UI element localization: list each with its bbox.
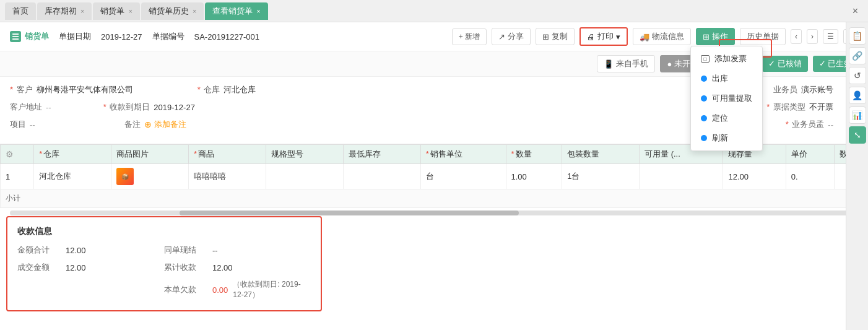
salesperson-label: * 业务员孟 [786,119,825,130]
tab-inventory[interactable]: 库存期初 × [37,2,92,20]
tab-home-label: 首页 [12,6,28,17]
prev-button[interactable]: ‹ [791,29,802,44]
dropdown-item-add-invoice[interactable]: □ 添加发票 [691,49,762,69]
scroll-thumb[interactable] [180,211,519,215]
dropdown-item-available[interactable]: 可用量提取 [691,89,762,108]
settlement-row: 同单现结 -- [164,243,311,257]
copy-button[interactable]: ⊞ 复制 [536,28,575,45]
tab-inventory-close[interactable]: × [80,7,84,15]
window-close-button[interactable]: × [848,3,863,19]
row-unit: 台 [420,164,506,189]
col-pack-qty: 包装数量 [562,145,640,164]
sidebar-icon-4[interactable]: 👤 [849,87,866,104]
ticket-type-label: * 票据类型 [766,102,805,113]
payment-date-value[interactable]: 2019-12-27 [154,103,195,112]
cumulative-value: 12.00 [212,263,233,272]
col-unit: 销售单位 [420,145,506,164]
tab-view-sales-label: 查看销货单 [212,6,253,17]
grid-view-button[interactable]: ☰ [823,29,838,44]
address-label: 客户地址 [10,102,42,113]
salesperson-value: -- [828,120,833,129]
ticket-type-value: 不开票 [809,102,833,113]
doc-actions: + 新增 ↗ 分享 ⊞ 复制 🖨 打印 ▾ 🚚 物流信息 ⊞ 操作 [452,27,858,46]
customer-label: * 客户 [10,84,33,95]
tab-sales-history-close[interactable]: × [193,7,196,15]
locate-label: 定位 [712,113,728,124]
col-product: 商品 [189,145,266,164]
payment-grid: 金额合计 12.00 同单现结 -- 成交金额 12.00 累计收款 12.00… [17,243,311,302]
row-min-stock [343,164,420,189]
row-qty: 1.00 [506,164,562,189]
col-gear: ⚙ [1,145,34,164]
voided-check-icon: ✓ [768,59,775,68]
outbound-icon [701,76,707,82]
sidebar-icon-5[interactable]: 📊 [849,106,866,124]
number-label: 单据编号 [152,31,184,42]
salesperson-field: * 业务员孟 -- [786,119,833,130]
doc-title-text: 销货单 [25,31,49,42]
deal-amount-label: 成交金额 [17,262,61,273]
doc-title: ☰ 销货单 [10,31,49,42]
dropdown-menu: □ 添加发票 出库 可用量提取 定位 刷新 [690,46,763,151]
sidebar-icon-2[interactable]: 🔗 [849,47,866,64]
col-img: 商品图片 [111,145,189,164]
available-icon [701,95,707,102]
tab-view-sales-close[interactable]: × [256,7,260,15]
tab-sales-close[interactable]: × [128,7,132,15]
sidebar-icon-1[interactable]: 📋 [849,27,866,45]
available-label: 可用量提取 [712,93,752,104]
payment-section: 收款信息 金额合计 12.00 同单现结 -- 成交金额 12.00 累计收款 … [6,216,322,311]
locate-icon [701,115,707,121]
sidebar-icon-3[interactable]: ↺ [849,67,866,84]
row-current-stock: 12.00 [723,164,786,189]
tab-sales[interactable]: 销货单 × [93,2,139,20]
operate-button[interactable]: ⊞ 操作 [696,28,735,45]
invoice-icon: □ [701,55,710,63]
warehouse-label: * 仓库 [197,84,220,95]
logistics-icon: 🚚 [640,32,649,41]
deal-amount-value: 12.00 [66,263,86,272]
amount-row: 金额合计 12.00 [17,243,164,257]
staff-value: 演示账号 [801,84,833,95]
project-label: 项目 [10,119,26,130]
voided-button[interactable]: ✓ 已核销 [762,56,807,72]
cumulative-label: 累计收款 [164,262,207,273]
owed-label: 本单欠款 [164,284,207,295]
horizontal-scrollbar[interactable] [10,211,858,215]
share-button[interactable]: ↗ 分享 [492,28,531,45]
dropdown-item-locate[interactable]: 定位 [691,108,762,128]
tab-home[interactable]: 首页 [5,2,36,20]
tab-view-sales[interactable]: 查看销货单 × [205,2,267,20]
address-value: -- [46,103,51,112]
tab-sales-history-label: 销货单历史 [149,6,189,17]
sidebar-icon-expand[interactable]: ⤡ [849,126,866,144]
doc-title-icon: ☰ [10,31,21,42]
row-spec [266,164,344,189]
warehouse-value[interactable]: 河北仓库 [224,84,256,95]
tab-bar: 首页 库存期初 × 销货单 × 销货单历史 × 查看销货单 × × [0,0,868,22]
col-qty: 数量 [506,145,562,164]
col-warehouse: 仓库 [34,145,111,164]
print-button[interactable]: 🖨 打印 ▾ [579,27,628,46]
tab-sales-history[interactable]: 销货单历史 × [141,2,204,20]
from-phone-button[interactable]: 📱 来自手机 [597,55,655,72]
payment-date-label: * 收款到期日 [103,102,150,113]
owed-value: 0.00 [212,285,228,295]
settlement-value: -- [212,246,218,255]
logistics-button[interactable]: 🚚 物流信息 [633,28,691,45]
dropdown-item-refresh[interactable]: 刷新 [691,128,762,148]
add-note-button[interactable]: ⊕ 添加备注 [144,119,186,130]
refresh-icon [701,135,707,141]
number-value: SA-20191227-001 [194,32,260,41]
customer-value[interactable]: 柳州粤港平安气体有限公司 [37,84,133,95]
new-button[interactable]: + 新增 [452,28,487,45]
dropdown-item-outbound[interactable]: 出库 [691,69,762,89]
staff-field: 业务员 演示账号 [773,84,833,95]
phone-icon: 📱 [604,59,614,69]
plus-icon: ⊕ [144,119,152,129]
project-value: -- [30,120,35,129]
refresh-label: 刷新 [712,132,728,144]
owed-note: （收款到期日: 2019-12-27） [233,279,311,300]
next-button[interactable]: › [807,29,818,44]
history-button[interactable]: 历史单据 [740,28,786,45]
